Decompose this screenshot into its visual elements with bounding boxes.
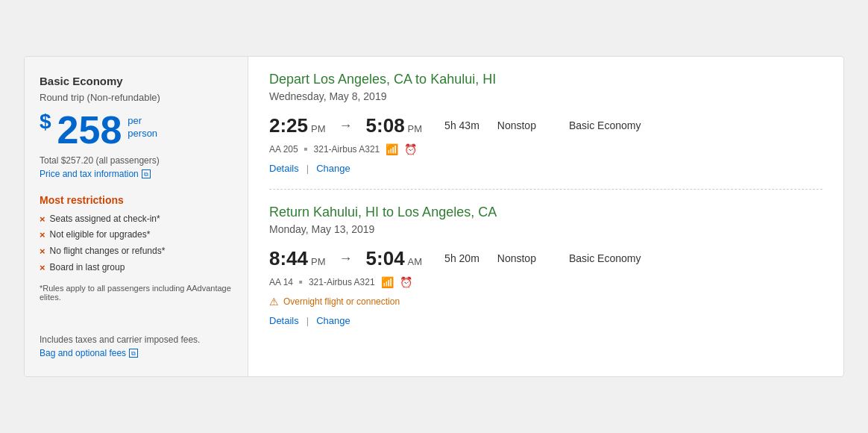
return-depart-time: 8:44 — [269, 247, 308, 270]
restrictions-note: *Rules apply to all passengers including… — [40, 284, 233, 302]
restriction-text: Not eligible for upgrades* — [50, 229, 151, 240]
depart-section: Depart Los Angeles, CA to Kahului, HI We… — [269, 72, 823, 190]
list-item: × Board in last group — [40, 262, 233, 274]
restriction-text: No flight changes or refunds* — [50, 246, 166, 256]
depart-info-row: AA 205 ■ 321-Airbus A321 📶 ⏰ — [269, 143, 823, 155]
price-dollar: $ — [40, 110, 51, 134]
return-nonstop: Nonstop — [497, 252, 536, 264]
depart-duration: 5h 43m — [444, 119, 479, 131]
dot-separator: ■ — [299, 278, 303, 285]
return-change-link[interactable]: Change — [316, 315, 350, 326]
return-duration: 5h 20m — [444, 252, 479, 264]
depart-flight-meta: 5h 43m Nonstop Basic Economy — [444, 119, 823, 131]
depart-aircraft: 321-Airbus A321 — [314, 144, 380, 155]
overnight-warning: ⚠ Overnight flight or connection — [269, 296, 823, 308]
restriction-text: Seats assigned at check-in* — [50, 214, 160, 224]
return-flight-number: AA 14 — [269, 277, 293, 287]
depart-flight-number: AA 205 — [269, 144, 298, 155]
return-depart-time-block: 8:44 PM — [269, 247, 326, 270]
price-per-person: perperson — [128, 115, 157, 140]
external-link-icon: ⧉ — [142, 169, 151, 178]
restrictions-title: Most restrictions — [40, 194, 233, 206]
return-flight-meta: 5h 20m Nonstop Basic Economy — [444, 252, 823, 264]
trip-type: Round trip (Non-refundable) — [40, 92, 233, 103]
external-link-icon: ⧉ — [129, 349, 138, 358]
return-section: Return Kahului, HI to Los Angeles, CA Mo… — [269, 205, 823, 341]
depart-date: Wednesday, May 8, 2019 — [269, 90, 823, 102]
arrive-time: 5:08 — [366, 114, 405, 137]
return-arrive-time: 5:04 — [366, 247, 405, 270]
fare-type: Basic Economy — [40, 75, 233, 87]
power-icon: ⏰ — [404, 143, 417, 155]
includes-text: Includes taxes and carrier imposed fees. — [40, 320, 233, 345]
depart-details-link[interactable]: Details — [269, 163, 299, 174]
depart-fare-class: Basic Economy — [569, 119, 641, 131]
x-icon: × — [40, 214, 45, 225]
right-panel: Depart Los Angeles, CA to Kahului, HI We… — [248, 57, 843, 376]
depart-time: 2:25 — [269, 114, 308, 137]
return-aircraft: 321-Airbus A321 — [309, 277, 375, 287]
depart-ampm: PM — [311, 123, 326, 134]
restriction-text: Board in last group — [50, 262, 125, 272]
pipe-separator: | — [306, 163, 309, 174]
depart-change-link[interactable]: Change — [316, 163, 350, 174]
arrive-ampm: PM — [408, 123, 423, 134]
warning-icon: ⚠ — [269, 296, 279, 308]
list-item: × No flight changes or refunds* — [40, 246, 233, 258]
power-icon: ⏰ — [400, 276, 412, 288]
list-item: × Not eligible for upgrades* — [40, 229, 233, 241]
left-panel: Basic Economy Round trip (Non-refundable… — [25, 57, 248, 376]
price-row: $ 258 perperson — [40, 110, 233, 149]
return-actions-row: Details | Change — [269, 315, 823, 326]
x-icon: × — [40, 229, 45, 241]
return-route-title: Return Kahului, HI to Los Angeles, CA — [269, 205, 823, 220]
list-item: × Seats assigned at check-in* — [40, 214, 233, 225]
return-arrive-ampm: AM — [408, 256, 423, 267]
depart-times-row: 2:25 PM → 5:08 PM 5h 43m Nonstop Basic E… — [269, 114, 823, 137]
depart-nonstop: Nonstop — [497, 119, 536, 131]
arrow-icon: → — [339, 251, 353, 267]
bag-fees-link[interactable]: Bag and optional fees ⧉ — [40, 348, 233, 358]
dot-separator: ■ — [304, 146, 308, 152]
price-tax-link-text: Price and tax information — [40, 169, 139, 179]
return-depart-ampm: PM — [311, 256, 326, 267]
price-amount: 258 — [57, 110, 122, 149]
return-times-row: 8:44 PM → 5:04 AM 5h 20m Nonstop Basic E… — [269, 247, 823, 270]
depart-time-block: 2:25 PM — [269, 114, 326, 137]
x-icon: × — [40, 262, 45, 274]
price-tax-link[interactable]: Price and tax information ⧉ — [40, 169, 233, 179]
wifi-icon: 📶 — [381, 276, 394, 288]
restriction-list: × Seats assigned at check-in* × Not elig… — [40, 214, 233, 278]
return-arrive-time-block: 5:04 AM — [366, 247, 423, 270]
return-fare-class: Basic Economy — [569, 252, 641, 264]
depart-route-title: Depart Los Angeles, CA to Kahului, HI — [269, 72, 823, 87]
return-details-link[interactable]: Details — [269, 315, 299, 326]
arrow-icon: → — [339, 118, 353, 134]
flight-card: Basic Economy Round trip (Non-refundable… — [24, 56, 844, 377]
return-info-row: AA 14 ■ 321-Airbus A321 📶 ⏰ — [269, 276, 823, 288]
x-icon: × — [40, 246, 45, 258]
return-date: Monday, May 13, 2019 — [269, 223, 823, 235]
arrive-time-block: 5:08 PM — [366, 114, 423, 137]
wifi-icon: 📶 — [386, 143, 398, 155]
overnight-text: Overnight flight or connection — [283, 296, 400, 307]
depart-actions-row: Details | Change — [269, 163, 823, 174]
total-price: Total $257.20 (all passengers) — [40, 155, 233, 166]
pipe-separator: | — [306, 315, 309, 326]
bag-fees-link-text: Bag and optional fees — [40, 348, 126, 358]
